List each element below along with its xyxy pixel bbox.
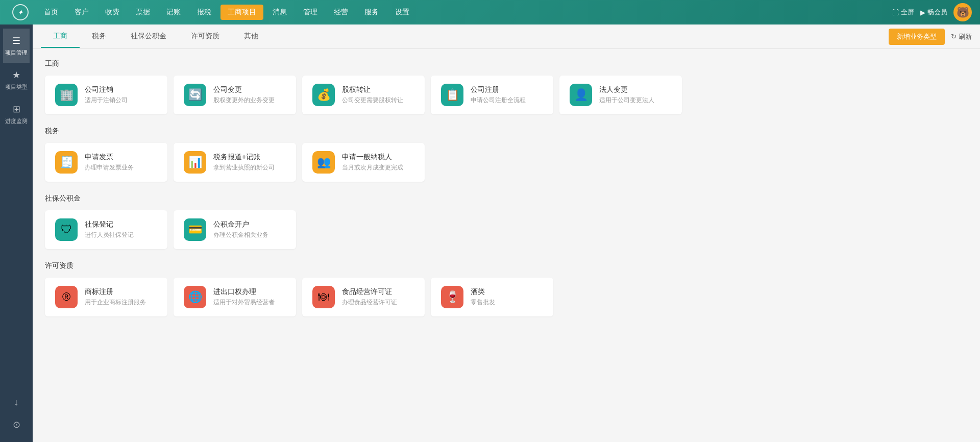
- card-desc-申请一般纳税人: 当月或次月成变更完成: [342, 163, 403, 172]
- section-社保公积金: 社保公积金🛡社保登记进行人员社保登记💳公积金开户办理公积金相关业务: [45, 194, 968, 249]
- card-公司注销[interactable]: 🏢公司注销适用于注销公司: [45, 76, 167, 114]
- sidebar-label: 项目管理: [5, 49, 28, 57]
- card-icon-公积金开户: 💳: [184, 218, 206, 241]
- tab-社保公积金[interactable]: 社保公积金: [118, 26, 179, 48]
- vip-icon: ▶: [920, 9, 925, 16]
- card-desc-公司注册: 申请公司注册全流程: [471, 96, 526, 105]
- card-title-公司注册: 公司注册: [471, 85, 526, 94]
- logo: ✦: [8, 0, 33, 24]
- nav-item-工商项目[interactable]: 工商项目: [220, 5, 263, 20]
- fullscreen-label: 全屏: [901, 8, 914, 17]
- tab-许可资质[interactable]: 许可资质: [179, 26, 232, 48]
- nav-item-首页[interactable]: 首页: [37, 5, 65, 20]
- card-申请一般纳税人[interactable]: 👥申请一般纳税人当月或次月成变更完成: [302, 143, 425, 182]
- card-商标注册[interactable]: ®商标注册用于企业商标注册服务: [45, 278, 167, 316]
- card-icon-公司变更: 🔄: [184, 84, 206, 106]
- sidebar-icon-进度监测: ⊞: [10, 103, 22, 115]
- tab-税务[interactable]: 税务: [80, 26, 118, 48]
- section-税务: 税务🧾申请发票办理申请发票业务📊税务报道+记账拿到营业执照的新公司👥申请一般纳税…: [45, 127, 968, 182]
- card-title-酒类: 酒类: [471, 287, 495, 297]
- card-公司变更[interactable]: 🔄公司变更股权变更外的业务变更: [174, 76, 296, 114]
- card-进出口权办理[interactable]: 🌐进出口权办理适用于对外贸易经营者: [174, 278, 296, 316]
- card-申请发票[interactable]: 🧾申请发票办理申请发票业务: [45, 143, 167, 182]
- card-酒类[interactable]: 🍷酒类零售批发: [431, 278, 553, 316]
- cards-grid-许可资质: ®商标注册用于企业商标注册服务🌐进出口权办理适用于对外贸易经营者🍽食品经营许可证…: [45, 278, 968, 316]
- nav-item-服务[interactable]: 服务: [357, 5, 386, 20]
- card-税务报道+记账[interactable]: 📊税务报道+记账拿到营业执照的新公司: [174, 143, 296, 182]
- section-title-社保公积金: 社保公积金: [45, 194, 968, 203]
- card-社保登记[interactable]: 🛡社保登记进行人员社保登记: [45, 210, 167, 249]
- sidebar-icon-项目管理: ☰: [10, 35, 22, 47]
- nav-right: ⛶ 全屏 ▶ 畅会员 🐻: [892, 3, 972, 21]
- card-desc-酒类: 零售批发: [471, 298, 495, 307]
- card-desc-商标注册: 用于企业商标注册服务: [85, 298, 146, 307]
- card-desc-法人变更: 适用于公司变更法人: [599, 96, 654, 105]
- cards-grid-税务: 🧾申请发票办理申请发票业务📊税务报道+记账拿到营业执照的新公司👥申请一般纳税人当…: [45, 143, 968, 182]
- main-layout: ☰项目管理★项目类型⊞进度监测 ↓⊙ 工商税务社保公积金许可资质其他 新增业务类…: [0, 24, 980, 442]
- card-公司注册[interactable]: 📋公司注册申请公司注册全流程: [431, 76, 553, 114]
- card-icon-食品经营许可证: 🍽: [312, 286, 335, 308]
- nav-item-客户[interactable]: 客户: [67, 5, 96, 20]
- card-desc-公司变更: 股权变更外的业务变更: [213, 96, 275, 105]
- top-nav: ✦ 首页客户收费票据记账报税工商项目消息管理经营服务设置 ⛶ 全屏 ▶ 畅会员 …: [0, 0, 980, 24]
- card-公积金开户[interactable]: 💳公积金开户办理公积金相关业务: [174, 210, 296, 249]
- nav-item-票据[interactable]: 票据: [129, 5, 157, 20]
- nav-item-消息[interactable]: 消息: [265, 5, 294, 20]
- tab-其他[interactable]: 其他: [232, 26, 271, 48]
- tab-工商[interactable]: 工商: [41, 26, 80, 48]
- nav-item-经营[interactable]: 经营: [327, 5, 355, 20]
- nav-items: 首页客户收费票据记账报税工商项目消息管理经营服务设置: [37, 5, 892, 20]
- tab-right: 新增业务类型 ↻ 刷新: [889, 29, 972, 45]
- vip-button[interactable]: ▶ 畅会员: [920, 8, 947, 17]
- card-desc-税务报道+记账: 拿到营业执照的新公司: [213, 163, 275, 172]
- card-title-公积金开户: 公积金开户: [213, 220, 268, 229]
- card-title-商标注册: 商标注册: [85, 287, 146, 297]
- card-法人变更[interactable]: 👤法人变更适用于公司变更法人: [559, 76, 682, 114]
- section-许可资质: 许可资质®商标注册用于企业商标注册服务🌐进出口权办理适用于对外贸易经营者🍽食品经…: [45, 261, 968, 316]
- card-icon-申请发票: 🧾: [55, 151, 78, 174]
- avatar: 🐻: [953, 3, 972, 21]
- card-icon-申请一般纳税人: 👥: [312, 151, 335, 174]
- card-title-股权转让: 股权转让: [342, 85, 403, 94]
- nav-item-收费[interactable]: 收费: [98, 5, 127, 20]
- card-desc-股权转让: 公司变更需要股权转让: [342, 96, 403, 105]
- tab-bar: 工商税务社保公积金许可资质其他 新增业务类型 ↻ 刷新: [33, 24, 980, 49]
- section-工商: 工商🏢公司注销适用于注销公司🔄公司变更股权变更外的业务变更💰股权转让公司变更需要…: [45, 59, 968, 114]
- nav-item-管理[interactable]: 管理: [296, 5, 325, 20]
- sidebar-item-进度监测[interactable]: ⊞进度监测: [3, 97, 30, 131]
- card-股权转让[interactable]: 💰股权转让公司变更需要股权转让: [302, 76, 425, 114]
- nav-item-设置[interactable]: 设置: [388, 5, 416, 20]
- card-icon-法人变更: 👤: [570, 84, 592, 106]
- card-desc-社保登记: 进行人员社保登记: [85, 231, 134, 239]
- card-icon-进出口权办理: 🌐: [184, 286, 206, 308]
- sidebar-item-项目类型[interactable]: ★项目类型: [3, 63, 30, 97]
- refresh-icon: ↻: [951, 33, 957, 40]
- card-title-申请发票: 申请发票: [85, 153, 134, 162]
- sidebar-bottom-settings-icon[interactable]: ⊙: [7, 415, 26, 434]
- sidebar-item-项目管理[interactable]: ☰项目管理: [3, 29, 30, 63]
- card-icon-商标注册: ®: [55, 286, 78, 308]
- fullscreen-icon: ⛶: [892, 9, 899, 16]
- card-title-法人变更: 法人变更: [599, 85, 654, 94]
- nav-item-报税[interactable]: 报税: [190, 5, 218, 20]
- refresh-button[interactable]: ↻ 刷新: [951, 32, 972, 41]
- sidebar-label: 项目类型: [5, 83, 28, 91]
- content-scroll: 工商🏢公司注销适用于注销公司🔄公司变更股权变更外的业务变更💰股权转让公司变更需要…: [33, 49, 980, 442]
- card-icon-税务报道+记账: 📊: [184, 151, 206, 174]
- card-desc-食品经营许可证: 办理食品经营许可证: [342, 298, 397, 307]
- card-icon-酒类: 🍷: [441, 286, 463, 308]
- card-title-税务报道+记账: 税务报道+记账: [213, 153, 275, 162]
- card-title-进出口权办理: 进出口权办理: [213, 287, 275, 297]
- card-desc-申请发票: 办理申请发票业务: [85, 163, 134, 172]
- add-type-button[interactable]: 新增业务类型: [889, 29, 945, 45]
- fullscreen-button[interactable]: ⛶ 全屏: [892, 8, 914, 17]
- nav-item-记账[interactable]: 记账: [159, 5, 188, 20]
- card-icon-公司注册: 📋: [441, 84, 463, 106]
- card-title-申请一般纳税人: 申请一般纳税人: [342, 153, 403, 162]
- section-title-工商: 工商: [45, 59, 968, 68]
- card-食品经营许可证[interactable]: 🍽食品经营许可证办理食品经营许可证: [302, 278, 425, 316]
- sidebar-bottom-download-icon[interactable]: ↓: [7, 393, 26, 411]
- sidebar-label: 进度监测: [5, 117, 28, 125]
- content-area: 工商税务社保公积金许可资质其他 新增业务类型 ↻ 刷新 工商🏢公司注销适用于注销…: [33, 24, 980, 442]
- card-title-公司注销: 公司注销: [85, 85, 128, 94]
